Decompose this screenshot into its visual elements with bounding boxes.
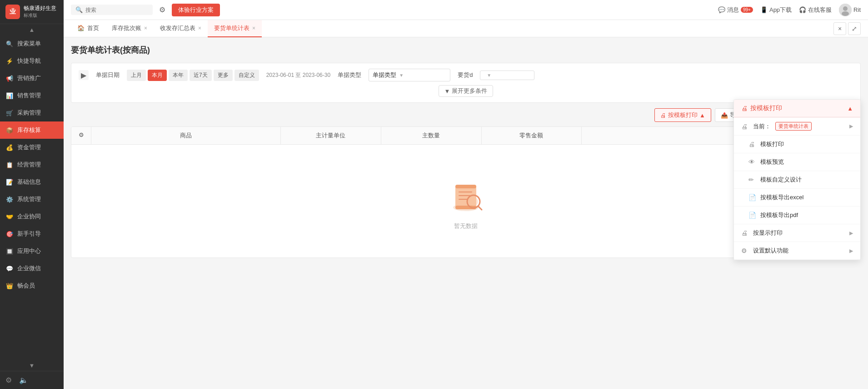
sidebar-item-basic-info[interactable]: 📝 基础信息 [0, 173, 64, 191]
sidebar-item-enterprise[interactable]: 🤝 企业协同 [0, 208, 64, 225]
dropdown-title: 🖨 按模板打印 [741, 104, 782, 112]
dropdown-item-set-default[interactable]: ⚙ 设置默认功能 ▶ [734, 242, 860, 260]
type-filter-input[interactable]: 单据类型 ▼ [369, 69, 450, 81]
table-col-product: 商品 [91, 127, 281, 144]
tab-receipt-summary[interactable]: 收发存汇总表 × [154, 20, 208, 37]
export-excel-icon: 📄 [748, 194, 756, 201]
sidebar-item-quick-nav[interactable]: ⚡ 快捷导航 [0, 52, 64, 70]
message-label: 消息 [727, 6, 739, 14]
sidebar-item-sales[interactable]: 📊 销售管理 [0, 87, 64, 104]
dropdown-item-export-pdf[interactable]: 📄 按模板导出pdf [734, 207, 860, 224]
user-avatar [839, 4, 852, 16]
tab-home[interactable]: 🏠 首页 [71, 20, 105, 37]
user-profile[interactable]: Rit [839, 4, 861, 16]
dropdown-item-export-excel[interactable]: 📄 按模板导出excel [734, 189, 860, 207]
template-design-icon: ✏ [748, 176, 756, 183]
sidebar-scroll-down[interactable]: ▼ [0, 360, 64, 371]
sidebar-item-search[interactable]: 🔍 搜索菜单 [0, 35, 64, 52]
trial-button[interactable]: 体验行业方案 [172, 4, 220, 16]
search-input[interactable] [85, 7, 140, 13]
display-print-icon: 🖨 [741, 229, 748, 237]
tabs-controls: × ⤢ [833, 22, 861, 35]
sidebar-item-label: 基础信息 [17, 178, 41, 186]
type-filter-value: 单据类型 [373, 71, 396, 79]
date-btn-this-month[interactable]: 本月 [148, 70, 167, 81]
sidebar-item-guide[interactable]: 🎯 新手引导 [0, 225, 64, 242]
date-btn-7days[interactable]: 近7天 [190, 70, 212, 81]
sidebar-scroll-up[interactable]: ▲ [0, 24, 64, 35]
expand-icon: ▼ [444, 88, 450, 95]
dropdown-item-template-design[interactable]: ✏ 模板自定义设计 [734, 171, 860, 189]
finance-icon: 💰 [5, 143, 14, 152]
dropdown-collapse-icon[interactable]: ▲ [847, 105, 853, 112]
filter-expand-row: ▼ 展开更多条件 [79, 85, 853, 97]
print-arrow: ▲ [699, 112, 705, 119]
print-dropdown-menu: 🖨 按模板打印 ▲ 🖨 当前： 要货单统计表 ▶ 🖨 模板打印 [733, 99, 861, 260]
tab-order-stats[interactable]: 要货单统计表 × [208, 20, 262, 37]
sales-icon: 📊 [5, 91, 14, 100]
sidebar-item-wechat[interactable]: 💬 企业微信 [0, 260, 64, 277]
topbar-search-icon: 🔍 [75, 6, 83, 13]
sidebar-item-inventory[interactable]: 📦 库存核算 [0, 121, 64, 139]
topbar-search-box[interactable]: 🔍 [71, 5, 153, 15]
svg-line-12 [478, 206, 482, 210]
inventory-icon: 📦 [5, 126, 14, 134]
sidebar-item-label: 营销推广 [17, 74, 41, 82]
table-col-settings[interactable]: ⚙ [71, 127, 91, 144]
sidebar-item-app-center[interactable]: 🔲 应用中心 [0, 242, 64, 260]
print-template-button[interactable]: 🖨 按模板打印 ▲ [654, 108, 711, 122]
svg-point-2 [842, 11, 849, 16]
message-button[interactable]: 💬 消息 99+ [718, 6, 753, 14]
expand-more-btn[interactable]: ▼ 展开更多条件 [439, 85, 494, 97]
sidebar-item-label: 应用中心 [17, 247, 41, 255]
date-btn-last-month[interactable]: 上月 [127, 70, 146, 81]
app-download-button[interactable]: 📱 App下载 [760, 6, 792, 14]
date-btn-more[interactable]: 更多 [214, 70, 233, 81]
set-default-left: ⚙ 设置默认功能 [741, 247, 788, 255]
sidebar-item-operations[interactable]: 📋 经营管理 [0, 156, 64, 173]
template-design-label: 模板自定义设计 [760, 176, 802, 184]
purchase-icon: 🛒 [5, 109, 14, 117]
dropdown-item-template-print[interactable]: 🖨 模板打印 [734, 136, 860, 153]
export-excel-label: 按模板导出excel [760, 193, 803, 202]
sidebar-item-label: 系统管理 [17, 195, 41, 203]
message-icon: 💬 [718, 6, 725, 13]
sidebar-item-finance[interactable]: 💰 资金管理 [0, 139, 64, 156]
sidebar-item-system[interactable]: ⚙️ 系统管理 [0, 191, 64, 208]
table-col-retail: 零售金额 [482, 127, 582, 144]
app-download-label: App下载 [769, 6, 792, 14]
filter-expand-arrow[interactable]: ▶ [79, 70, 89, 80]
sidebar-item-label: 新手引导 [17, 230, 41, 238]
sidebar-item-label: 企业微信 [17, 264, 41, 273]
tab-close-all[interactable]: × [833, 22, 846, 35]
phone-icon: 📱 [760, 6, 768, 13]
sidebar-item-purchase[interactable]: 🛒 采购管理 [0, 104, 64, 121]
topbar-gear-icon[interactable]: ⚙ [156, 5, 168, 14]
tab-close-receipt[interactable]: × [198, 25, 201, 31]
tab-close-batch[interactable]: × [144, 25, 147, 31]
export-pdf-icon: 📄 [748, 212, 756, 219]
template-print-label: 模板打印 [760, 140, 784, 148]
member-icon: 👑 [5, 282, 14, 290]
tab-close-order[interactable]: × [252, 25, 255, 31]
current-value-tag: 要货单统计表 [775, 122, 812, 131]
sidebar-logo: 业 畅康通好生意 标准版 [0, 0, 64, 24]
sound-icon[interactable]: 🔈 [19, 376, 28, 384]
dropdown-item-display-print[interactable]: 🖨 按显示打印 ▶ [734, 224, 860, 242]
tab-batch-account[interactable]: 库存批次账 × [105, 20, 154, 37]
sidebar-nav: 🔍 搜索菜单 ⚡ 快捷导航 📢 营销推广 📊 销售管理 🛒 采购管理 📦 库存核… [0, 35, 64, 360]
settings-bottom-icon[interactable]: ⚙ [5, 376, 12, 384]
dropdown-item-template-preview[interactable]: 👁 模板预览 [734, 153, 860, 171]
sidebar-item-marketing[interactable]: 📢 营销推广 [0, 70, 64, 87]
date-btn-custom[interactable]: 自定义 [234, 70, 259, 81]
dropdown-title-label: 按模板打印 [750, 104, 782, 112]
quick-nav-icon: ⚡ [5, 57, 14, 65]
order-filter-input[interactable]: ▼ [480, 71, 534, 80]
export-pdf-label: 按模板导出pdf [760, 211, 798, 219]
tab-maximize[interactable]: ⤢ [848, 22, 861, 35]
dropdown-current-item[interactable]: 🖨 当前： 要货单统计表 ▶ [734, 117, 860, 136]
date-btn-this-year[interactable]: 本年 [169, 70, 188, 81]
sidebar-item-label: 搜索菜单 [17, 40, 41, 48]
online-service-button[interactable]: 🎧 在线客服 [799, 6, 832, 14]
sidebar-item-member[interactable]: 👑 畅会员 [0, 277, 64, 294]
